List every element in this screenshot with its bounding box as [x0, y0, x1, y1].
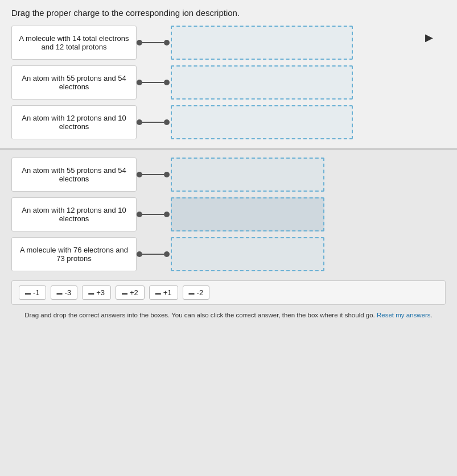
drag-row-3: An atom with 12 protons and 10 electrons	[11, 105, 446, 139]
connector-dot-left-3	[137, 119, 142, 125]
connector-dot-right-6	[164, 251, 170, 257]
connector-dot-right-1	[164, 40, 170, 45]
connector-line-1	[142, 42, 164, 43]
bottom-rows-container: An atom with 55 protons and 54 electrons…	[11, 158, 446, 271]
description-text-5: An atom with 12 protons and 10 electrons	[19, 206, 129, 223]
connector-6	[137, 251, 171, 257]
connector-line-4	[142, 174, 164, 175]
description-box-4: An atom with 55 protons and 54 electrons	[11, 158, 137, 192]
drag-row-6: A molecule with 76 electrons and 73 prot…	[11, 237, 446, 271]
charge-label-4: +2	[130, 288, 138, 297]
footer: Drag and drop the correct answers into t…	[11, 311, 446, 320]
charge-chip-3[interactable]: ▬ +3	[82, 285, 111, 300]
chip-icon-1: ▬	[25, 289, 31, 296]
description-text-6: A molecule with 76 electrons and 73 prot…	[19, 246, 129, 263]
charge-chip-1[interactable]: ▬ -1	[19, 285, 46, 300]
footer-main-text: Drag and drop the correct answers into t…	[24, 312, 375, 318]
description-box-6: A molecule with 76 electrons and 73 prot…	[11, 237, 137, 271]
description-box-5: An atom with 12 protons and 10 electrons	[11, 197, 137, 231]
drop-box-5[interactable]	[171, 197, 324, 231]
chip-icon-4: ▬	[122, 289, 127, 296]
chip-icon-6: ▬	[189, 289, 195, 296]
charge-label-1: -1	[33, 288, 40, 297]
chip-icon-5: ▬	[155, 289, 161, 296]
description-box-3: An atom with 12 protons and 10 electrons	[11, 105, 137, 139]
connector-dot-right-3	[164, 119, 170, 125]
top-rows-container: A molecule with 14 total electrons and 1…	[11, 26, 446, 139]
connector-dot-left-2	[137, 80, 142, 85]
description-text-4: An atom with 55 protons and 54 electrons	[19, 166, 129, 183]
charge-chip-5[interactable]: ▬ +1	[149, 285, 178, 300]
charge-label-2: -3	[65, 288, 72, 297]
drop-box-1[interactable]	[171, 26, 353, 60]
chip-icon-2: ▬	[57, 289, 63, 296]
charges-bar: ▬ -1 ▬ -3 ▬ +3 ▬ +2 ▬ +1 ▬ -2	[11, 280, 446, 305]
description-box-2: An atom with 55 protons and 54 electrons	[11, 65, 137, 100]
connector-1	[137, 40, 171, 45]
charge-chip-2[interactable]: ▬ -3	[51, 285, 78, 300]
charge-chip-4[interactable]: ▬ +2	[116, 285, 145, 300]
connector-3	[137, 119, 171, 125]
cursor-icon: ▶	[425, 31, 433, 44]
drop-box-4[interactable]	[171, 158, 324, 192]
connector-line-2	[142, 82, 164, 83]
connector-dot-left-5	[137, 212, 142, 217]
drag-row-1: A molecule with 14 total electrons and 1…	[11, 26, 446, 60]
drop-box-6[interactable]	[171, 237, 324, 271]
charge-chip-6[interactable]: ▬ -2	[183, 285, 210, 300]
drop-box-2[interactable]	[171, 65, 353, 100]
connector-dot-right-2	[164, 80, 170, 85]
connector-line-5	[142, 214, 164, 215]
description-text-1: A molecule with 14 total electrons and 1…	[19, 34, 129, 51]
connector-dot-right-5	[164, 212, 170, 217]
drag-row-2: An atom with 55 protons and 54 electrons	[11, 65, 446, 100]
description-box-1: A molecule with 14 total electrons and 1…	[11, 26, 137, 60]
drag-row-4: An atom with 55 protons and 54 electrons	[11, 158, 446, 192]
description-text-3: An atom with 12 protons and 10 electrons	[19, 114, 129, 131]
reset-link[interactable]: Reset my answers	[377, 312, 431, 318]
charge-label-3: +3	[96, 288, 105, 297]
drop-box-3[interactable]	[171, 105, 353, 139]
charge-label-5: +1	[163, 288, 172, 297]
connector-dot-left-1	[137, 40, 142, 45]
instruction-text: Drag the proper charge to the correspond…	[11, 8, 446, 18]
connector-line-3	[142, 122, 164, 123]
connector-4	[137, 172, 171, 177]
connector-dot-left-6	[137, 251, 142, 257]
connector-line-6	[142, 254, 164, 255]
connector-dot-left-4	[137, 172, 142, 177]
description-text-2: An atom with 55 protons and 54 electrons	[19, 74, 129, 91]
connector-dot-right-4	[164, 172, 170, 177]
chip-icon-3: ▬	[88, 289, 94, 296]
drag-row-5: An atom with 12 protons and 10 electrons	[11, 197, 446, 231]
charge-label-6: -2	[197, 288, 204, 297]
connector-2	[137, 80, 171, 85]
connector-5	[137, 212, 171, 217]
